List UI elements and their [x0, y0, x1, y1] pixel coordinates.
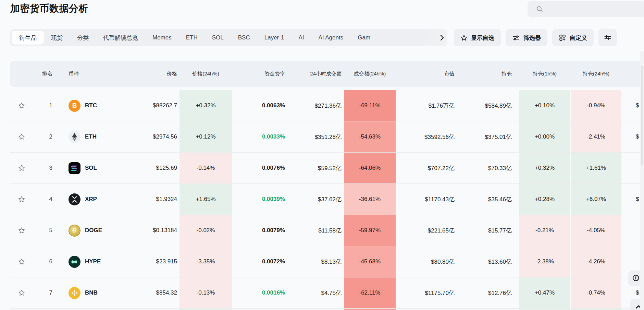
favorite-star-icon[interactable] [16, 162, 27, 174]
rank-cell: 3 [33, 153, 57, 183]
gap [177, 121, 179, 152]
column-header[interactable]: 价格(24h%) [179, 61, 232, 87]
table-row-xrp[interactable]: 4XRP$1.9324+1.65%0.0039%$37.62亿-36.61%$1… [10, 183, 644, 215]
table-row-eth[interactable]: 2ETH$2974.56+0.12%0.0033%$351.28亿-54.63%… [10, 121, 644, 152]
favorite-star-icon[interactable] [16, 131, 27, 143]
open-interest-cell: $584.89亿 [455, 90, 512, 121]
doge-icon: Ð [69, 225, 80, 237]
tab-gaming[interactable]: Gam [350, 31, 377, 45]
favorite-star-icon[interactable] [16, 287, 27, 299]
toolbar: 显示自选筛选器自定义 [454, 29, 617, 46]
tabs-scroll-right-icon[interactable] [438, 34, 446, 42]
favorite-star-icon[interactable] [16, 256, 27, 267]
search-input[interactable] [528, 1, 644, 17]
tab-layer-1[interactable]: Layer-1 [257, 31, 292, 45]
filter-button[interactable]: 筛选器 [506, 29, 547, 46]
table-row-btc[interactable]: 1BBTC$88262.7+0.32%0.0063%$271.36亿-69.11… [10, 90, 644, 121]
gap [342, 90, 344, 121]
gap [177, 246, 179, 277]
scrollbar-thumb[interactable] [641, 66, 643, 165]
price-change-24h-cell: +0.12% [179, 121, 232, 152]
coin-cell: XRP [57, 184, 127, 215]
funding-rate-cell: 0.0063% [232, 90, 285, 121]
market-cap-cell: $80.80亿 [396, 246, 455, 277]
customize-button[interactable]: 自定义 [552, 29, 594, 46]
tab-ai-agents[interactable]: AI Agents [311, 31, 350, 45]
column-header[interactable]: 持仓(24h%) [571, 61, 621, 87]
tab-ai[interactable]: AI [291, 31, 311, 45]
oi-change-1h-cell: -2.38% [519, 246, 570, 277]
column-header[interactable]: 市值 [396, 61, 455, 87]
coin-cell: BNB [57, 277, 127, 308]
rank-cell: 7 [33, 277, 57, 308]
column-header[interactable]: 24小时成交额 [285, 61, 342, 87]
coin-symbol: ETH [85, 133, 97, 140]
badge-alert-icon [631, 274, 640, 283]
tab-bsc[interactable]: BSC [231, 31, 257, 45]
column-header[interactable]: 币种 [57, 61, 127, 87]
search-text-field[interactable] [547, 6, 626, 12]
volume-change-24h-cell: -54.63% [344, 121, 396, 152]
coin-cell: HYPE [57, 246, 127, 277]
gap [512, 246, 519, 277]
column-settings-button[interactable] [598, 29, 617, 46]
column-header[interactable]: 持仓(1h%) [519, 61, 570, 87]
oi-change-1h-cell: +0.47% [519, 277, 570, 308]
tab-spot[interactable]: 现货 [44, 31, 70, 45]
volume-24h-cell: $37.62亿 [285, 184, 342, 215]
volume-change-24h-cell: -59.97% [344, 215, 396, 246]
gap [512, 121, 519, 152]
column-header[interactable]: 排名 [33, 61, 57, 87]
tab-eth[interactable]: ETH [179, 31, 205, 45]
market-cap-cell: $3592.56亿 [396, 121, 455, 152]
oi-change-24h-cell: -0.74% [571, 277, 621, 308]
favorite-cell [10, 153, 33, 183]
gap [512, 215, 519, 246]
oi-change-1h-cell: +0.28% [519, 184, 570, 215]
tab-derivatives[interactable]: 衍生品 [12, 31, 44, 45]
search-icon [536, 5, 543, 13]
column-header[interactable]: 价格 [127, 61, 177, 87]
oi-change-24h-cell: -2.41% [571, 121, 621, 152]
tab-token-unlocks[interactable]: 代币解锁总览 [96, 31, 145, 45]
tab-bar: 衍生品现货分类代币解锁总览MemesETHSOLBSCLayer-1AIAI A… [10, 29, 447, 46]
favorite-star-icon[interactable] [16, 100, 27, 111]
grid-plus-icon [559, 34, 566, 41]
table-body: 1BBTC$88262.7+0.32%0.0063%$271.36亿-69.11… [10, 90, 644, 310]
volume-change-24h-cell: -62.11% [344, 277, 396, 308]
volume-24h-cell: $8.13亿 [285, 246, 342, 277]
crypto-table: 排名币种价格价格(24h%)资金费率24小时成交额成交额(24h%)市值持仓持仓… [10, 61, 644, 310]
table-row-bnb[interactable]: 7BNB$854.32-0.13%0.0016%$4.75亿-62.11%$11… [10, 277, 644, 308]
column-header[interactable]: 资金费率 [232, 61, 285, 87]
rank-cell: 1 [33, 90, 57, 121]
oi-change-24h-cell: -4.26% [571, 246, 621, 277]
price-change-24h-cell: -0.14% [179, 153, 232, 183]
gap [512, 153, 519, 183]
gap [177, 215, 179, 246]
coin-symbol: XRP [85, 196, 97, 203]
show-favorites-button[interactable]: 显示自选 [454, 29, 501, 46]
rank-cell: 6 [33, 246, 57, 277]
open-interest-cell: $35.46亿 [455, 184, 512, 215]
tab-memes[interactable]: Memes [145, 31, 179, 45]
coin-symbol: BNB [85, 289, 98, 296]
price-cell: $125.69 [127, 153, 177, 183]
favorite-star-icon[interactable] [16, 225, 27, 236]
gap [512, 184, 519, 215]
gap [512, 90, 519, 121]
price-cell: $0.13184 [127, 215, 177, 246]
tab-categories[interactable]: 分类 [70, 31, 96, 45]
column-header[interactable]: 成交额(24h%) [344, 61, 396, 87]
table-row-doge[interactable]: 5ÐDOGE$0.13184-0.02%0.0079%$11.58亿-59.97… [10, 215, 644, 246]
gap [621, 246, 624, 277]
favorite-star-icon[interactable] [16, 193, 27, 205]
gap [177, 184, 179, 215]
table-row-sol[interactable]: 3SOL$125.69-0.14%0.0076%$59.52亿-64.06%$7… [10, 152, 644, 183]
oi-change-1h-cell: +0.32% [519, 153, 570, 183]
tab-sol[interactable]: SOL [205, 31, 231, 45]
table-row-hype[interactable]: 6HYPE$23.915-3.35%0.0072%$8.13亿-45.68%$8… [10, 246, 644, 277]
coin-cell: ETH [57, 121, 127, 152]
coin-cell: ÐDOGE [57, 215, 127, 246]
funding-rate-cell: 0.0079% [232, 215, 285, 246]
column-header[interactable]: 持仓 [455, 61, 512, 87]
